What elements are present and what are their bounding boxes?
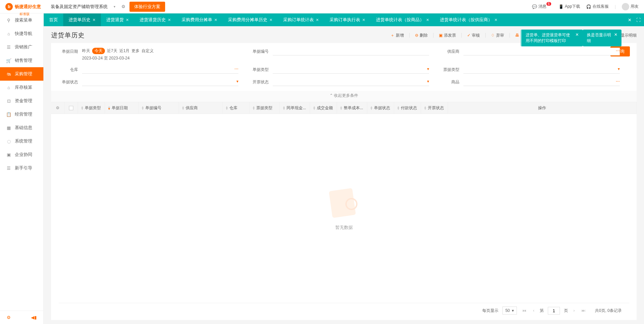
sidebar-item[interactable]: ☰新手引导 — [0, 161, 43, 175]
date-option[interactable]: 近7天 — [107, 48, 117, 54]
sort-icon: ▲▼ — [313, 106, 316, 110]
sidebar-label: 营销推广 — [15, 44, 32, 50]
date-option[interactable]: 昨天 — [82, 48, 90, 54]
table-column-header[interactable]: ▲▼单据状态 — [367, 102, 394, 114]
trial-button[interactable]: 体验行业方案 — [129, 2, 165, 12]
toolbar-审核[interactable]: ✓审核 — [467, 33, 480, 38]
sidebar-item[interactable]: ▦基础信息 — [0, 121, 43, 134]
table-column-header[interactable]: ▲▼单据日期 — [105, 102, 139, 114]
supplier-input[interactable] — [463, 48, 620, 55]
toolbar-添发票[interactable]: ▣添发票 — [439, 33, 456, 38]
online-service-link[interactable]: 🎧 在线客服 — [586, 4, 609, 9]
collapse-sidebar-icon[interactable]: ◀▮ — [31, 315, 37, 320]
close-icon[interactable]: ✕ — [214, 18, 217, 22]
sidebar-item[interactable]: ◌系统管理 — [0, 134, 43, 148]
sidebar-item[interactable]: 🛒销售管理 — [0, 54, 43, 67]
table-column-header[interactable]: ▲▼仓库 — [223, 102, 250, 114]
tab[interactable]: 进货单统计表（按供应商）✕ — [434, 13, 503, 26]
table-column-header[interactable]: ▲▼单据类型 — [78, 102, 105, 114]
prev-page-button[interactable]: ‹ — [532, 308, 536, 313]
table-column-header[interactable]: ▲▼供应商 — [179, 102, 223, 114]
table-column-header[interactable]: ▲▼同单现金... — [280, 102, 310, 114]
toolbar-删除[interactable]: ⊖删除 — [415, 33, 428, 38]
more-icon[interactable]: ⋯ — [616, 79, 620, 84]
page-size-select[interactable]: 50 ▾ — [502, 307, 517, 315]
tab[interactable]: 采购费用分摊单✕ — [176, 13, 223, 26]
doc-no-input[interactable] — [273, 48, 429, 55]
invoice-type-input[interactable] — [463, 66, 620, 74]
close-icon[interactable]: ✕ — [126, 18, 129, 22]
chevron-down-icon[interactable]: ▾ — [427, 79, 429, 84]
close-all-tabs-icon[interactable]: ✕ — [628, 17, 632, 23]
table-column-header[interactable]: ▲▼付款状态 — [394, 102, 421, 114]
close-icon[interactable]: ✕ — [362, 18, 365, 22]
system-selector[interactable]: 装备及固定资产辅助管理系统 ▾ ⚙ — [51, 4, 125, 10]
doc-no-label: 单据编号 — [249, 48, 269, 54]
table-column-header[interactable]: ▲▼单据编号 — [139, 102, 179, 114]
toolbar-新增[interactable]: ＋新增 — [390, 33, 404, 38]
table-column-header[interactable]: ▲▼票据类型 — [250, 102, 280, 114]
date-option[interactable]: 近1月 — [119, 48, 130, 54]
tab[interactable]: 采购费用分摊单历史✕ — [223, 13, 278, 26]
last-page-button[interactable]: ⏭ — [580, 308, 587, 313]
close-icon[interactable]: ✕ — [168, 18, 171, 22]
doc-status-input[interactable] — [82, 78, 238, 86]
tab[interactable]: 采购订单统计表✕ — [278, 13, 324, 26]
column-settings-icon[interactable]: ⚙ — [51, 102, 65, 114]
table-header: ⚙▲▼单据类型▲▼单据日期▲▼单据编号▲▼供应商▲▼仓库▲▼票据类型▲▼同单现金… — [51, 102, 637, 114]
sidebar-item[interactable]: ⊡资金管理 — [0, 94, 43, 108]
tab[interactable]: 进货退货历史✕ — [134, 13, 176, 26]
product-input[interactable] — [463, 78, 620, 86]
chevron-down-icon[interactable]: ▾ — [618, 67, 620, 71]
date-option[interactable]: 更多 — [131, 48, 140, 54]
tab[interactable]: 进货单历史✕ — [63, 13, 101, 26]
sidebar-item[interactable]: ⌂快捷导航 — [0, 27, 43, 40]
settings-icon[interactable]: ⚙ — [7, 315, 11, 320]
fullscreen-icon[interactable]: ⛶ — [636, 17, 641, 23]
close-icon[interactable]: ✕ — [92, 18, 96, 22]
filter-panel: 查询 进货单、进货退货单可使用不同的打印模板打印 ✕ 换是否显示明细 ✕ 单据日… — [51, 43, 637, 102]
table-column-header[interactable]: 操作 — [448, 102, 637, 114]
sidebar-item[interactable]: ⌂库存核算 — [0, 81, 43, 94]
sidebar-item[interactable]: ☰营销推广 — [0, 40, 43, 54]
user-menu[interactable]: 用友 — [622, 3, 639, 10]
next-page-button[interactable]: › — [572, 308, 576, 313]
chevron-down-icon[interactable]: ▾ — [427, 67, 429, 71]
invoice-status-input[interactable] — [273, 78, 429, 86]
tab[interactable]: 首页 — [44, 13, 63, 26]
more-icon[interactable]: ⋯ — [234, 67, 238, 71]
more-icon[interactable]: ⋯ — [616, 48, 620, 53]
close-icon[interactable]: ✕ — [575, 32, 579, 37]
collapse-conditions[interactable]: ⌃ 收起更多条件 — [51, 91, 637, 102]
date-option[interactable]: 今天 — [92, 48, 105, 54]
sidebar-item[interactable]: ▣企业协同 — [0, 148, 43, 161]
app-download-link[interactable]: 📱 App下载 — [559, 4, 580, 9]
sidebar-item[interactable]: 📋经营管理 — [0, 108, 43, 121]
table-column-header[interactable]: ▲▼成交金额 — [310, 102, 337, 114]
messages-link[interactable]: 💬 消息 6 — [532, 4, 553, 9]
tab[interactable]: 采购订单执行表✕ — [324, 13, 371, 26]
toolbar-弃审[interactable]: ♢弃审 — [491, 33, 504, 38]
close-icon[interactable]: ✕ — [426, 18, 429, 22]
warehouse-input[interactable] — [82, 66, 238, 74]
close-icon[interactable]: ✕ — [269, 18, 272, 22]
table-column-header[interactable]: ▲▼整单成本... — [337, 102, 367, 114]
tab[interactable]: 进货退货✕ — [101, 13, 134, 26]
doc-type-input[interactable] — [273, 66, 429, 74]
table-column-header[interactable]: ▲▼开票状态 — [421, 102, 448, 114]
sidebar-icon: ☰ — [6, 45, 11, 50]
close-icon[interactable]: ✕ — [494, 18, 497, 22]
gear-icon[interactable]: ⚙ — [121, 4, 125, 9]
close-icon[interactable]: ✕ — [614, 32, 617, 37]
chevron-down-icon: ▾ — [512, 308, 514, 313]
date-option[interactable]: 自定义 — [142, 48, 154, 54]
sidebar-item[interactable]: 🛍采购管理 — [0, 67, 43, 81]
chevron-down-icon[interactable]: ▾ — [236, 79, 238, 84]
chevron-up-icon: ⌃ — [330, 93, 333, 98]
page-input[interactable] — [548, 307, 560, 315]
close-icon[interactable]: ✕ — [316, 18, 319, 22]
first-page-button[interactable]: ⏮ — [521, 308, 528, 313]
doc-status-label: 单据状态 — [58, 78, 78, 85]
select-all-checkbox[interactable] — [65, 102, 78, 114]
tab[interactable]: 进货单统计表（按商品）✕ — [371, 13, 434, 26]
